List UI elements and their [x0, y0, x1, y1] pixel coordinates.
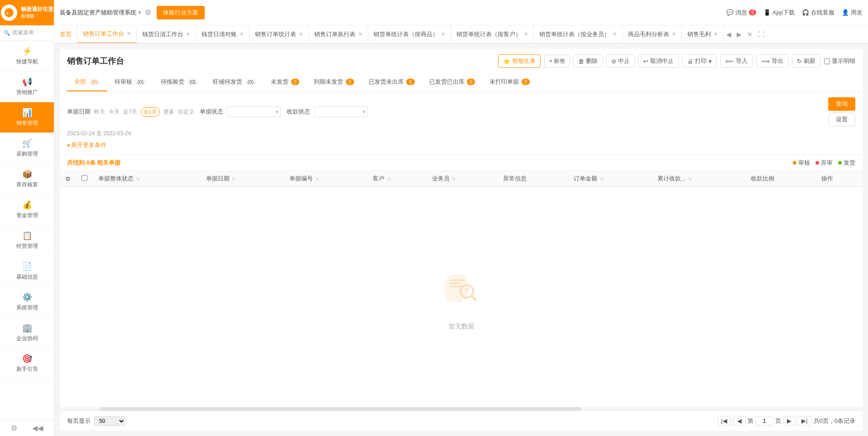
- tab-sales-stat[interactable]: 销售订单统计表 ✕: [249, 25, 309, 43]
- print-button[interactable]: 🖨 打印 ▾: [682, 54, 717, 68]
- bottom-scrollbar[interactable]: [60, 407, 863, 411]
- app-download-action[interactable]: 📱 App下载: [763, 9, 795, 17]
- tab-sales-stat-customer-close[interactable]: ✕: [524, 31, 528, 37]
- cancel-stop-button[interactable]: ↩ 取消中止: [638, 54, 679, 68]
- tab-cash-reconcile-close[interactable]: ✕: [240, 31, 244, 37]
- filter-tab-overdue-ship[interactable]: 到期未发货 0: [307, 73, 361, 91]
- sidebar-item-marketing[interactable]: 📢 营销推广: [0, 71, 54, 102]
- sidebar-item-system[interactable]: ⚙️ 系统管理: [0, 287, 54, 318]
- ship-button[interactable]: 发货: [838, 159, 855, 167]
- tab-sales-stat-product-close[interactable]: ✕: [441, 31, 445, 37]
- settings-gear-icon[interactable]: ⚙: [145, 8, 151, 17]
- col-collected[interactable]: 累计收款... ⇅: [652, 171, 745, 187]
- sidebar-item-purchase[interactable]: 🛒 采购管理: [0, 133, 54, 164]
- date-quick-custom[interactable]: 自定义: [178, 108, 194, 116]
- filter-tab-pending-review[interactable]: 待审核 (0): [107, 73, 153, 91]
- tab-home[interactable]: 首页: [54, 25, 77, 43]
- filter-tab-not-printed[interactable]: 未打印单据 0: [482, 73, 537, 91]
- export-button[interactable]: ⟹ 导出: [756, 54, 788, 68]
- date-quick-today[interactable]: 今天: [109, 108, 120, 116]
- show-detail-checkbox[interactable]: 显示明细: [824, 57, 855, 65]
- tab-scroll-right[interactable]: ▶: [734, 25, 744, 43]
- tab-cash-reconcile[interactable]: 钱货日清对账 ✕: [196, 25, 249, 43]
- filter-tab-all[interactable]: 全部 (0): [67, 73, 107, 91]
- filter-tab-not-shipped[interactable]: 未发货 0: [264, 73, 307, 91]
- app-name: 畅捷通好生意: [21, 6, 53, 13]
- sidebar-item-finance[interactable]: 💰 资金管理: [0, 194, 54, 225]
- import-button[interactable]: ⟸ 导入: [720, 54, 753, 68]
- tab-sales-workbench-close[interactable]: ✕: [127, 31, 131, 37]
- col-salesman[interactable]: 业务员 ⇅: [427, 171, 498, 187]
- tab-sales-stat-customer[interactable]: 销货单统计表（按客户） ✕: [451, 25, 534, 43]
- tab-sales-stat-staff[interactable]: 销货单统计表（按业务员） ✕: [534, 25, 623, 43]
- set-button[interactable]: 设置: [828, 113, 855, 126]
- review-button[interactable]: 审核: [793, 159, 810, 167]
- col-checkbox[interactable]: [76, 171, 93, 187]
- tab-cash-daily-close[interactable]: ✕: [186, 31, 190, 37]
- col-amount[interactable]: 订单金额 ⇅: [568, 171, 652, 187]
- payment-select[interactable]: [314, 106, 368, 117]
- tab-sales-exec-close[interactable]: ✕: [358, 31, 362, 37]
- filter-tab-shipped-not-out[interactable]: 已发货未出库 0: [361, 73, 422, 91]
- collapse-icon[interactable]: ◀◀: [32, 424, 43, 432]
- stop-button[interactable]: ⊘ 中止: [606, 54, 635, 68]
- online-service-action[interactable]: 🎧 在线客服: [802, 9, 834, 17]
- date-quick-more[interactable]: 更多: [163, 108, 174, 116]
- sidebar-item-operation[interactable]: 📋 经营管理: [0, 225, 54, 256]
- sidebar-item-enterprise[interactable]: 🏢 企业协同: [0, 318, 54, 348]
- page-last-button[interactable]: ▶|: [797, 416, 811, 426]
- show-detail-check[interactable]: [824, 58, 830, 64]
- col-status[interactable]: 单据整体状态 ⇅: [93, 171, 201, 187]
- message-action[interactable]: 💬 消息 6: [726, 9, 756, 17]
- col-settings[interactable]: ⚙: [60, 171, 76, 187]
- date-quick-1month[interactable]: 近1月: [141, 107, 160, 117]
- smart-order-button[interactable]: ⭐ 智能生单: [498, 54, 541, 68]
- tab-cash-daily[interactable]: 钱货日清工作台 ✕: [137, 25, 196, 43]
- sidebar-item-guide[interactable]: 🎯 新手引导: [0, 348, 54, 379]
- filter-tab-shipped-out[interactable]: 已发货已出库 0: [422, 73, 483, 91]
- tab-sales-stat-staff-close[interactable]: ✕: [613, 31, 617, 37]
- sidebar-item-basic-info[interactable]: 📄 基础信息: [0, 256, 54, 287]
- system-dropdown-icon[interactable]: ▾: [138, 9, 141, 16]
- tab-sales-workbench[interactable]: 销售订单工作台 ✕: [77, 25, 137, 43]
- unview-button[interactable]: 弃审: [815, 159, 833, 167]
- add-button[interactable]: + 新增: [544, 55, 570, 68]
- page-size-select[interactable]: 10 20 50 100: [94, 416, 125, 426]
- page-prev-button[interactable]: ◀: [733, 416, 746, 426]
- smart-order-label: 智能生单: [512, 57, 536, 65]
- sidebar-item-inventory[interactable]: 📦 库存核算: [0, 164, 54, 194]
- page-next-button[interactable]: ▶: [783, 416, 796, 426]
- page-first-button[interactable]: |◀: [717, 416, 731, 426]
- date-quick-yesterday[interactable]: 昨天: [94, 108, 105, 116]
- sidebar-item-quick-nav[interactable]: ⚡ 快捷导航: [0, 41, 54, 71]
- filter-tab-wangpu[interactable]: 旺铺待发货 (0): [206, 73, 264, 91]
- tab-product-margin-close[interactable]: ✕: [672, 31, 676, 37]
- col-customer[interactable]: 客户 ⇅: [367, 171, 427, 187]
- select-all-checkbox[interactable]: [82, 175, 87, 181]
- tab-sales-profit[interactable]: 销售毛利 ✕: [682, 25, 724, 43]
- expand-conditions-button[interactable]: ▾ 展开更多条件: [67, 141, 855, 149]
- tab-sales-stat-product[interactable]: 销货单统计表（按商品） ✕: [368, 25, 451, 43]
- settings-icon[interactable]: ⚙: [11, 424, 17, 432]
- table-scroll[interactable]: ⚙ 单据整体状态 ⇅ 单据日期 ⇅ 单据编号 ⇅ 客户 ⇅ 业务员 ⇅ 异常信息…: [60, 171, 863, 187]
- tab-sales-exec[interactable]: 销售订单执行表 ✕: [309, 25, 368, 43]
- tab-close-all[interactable]: ✕: [744, 25, 755, 43]
- industry-solution-button[interactable]: 体验行业方案: [157, 6, 205, 19]
- date-quick-7days[interactable]: 近7天: [123, 108, 137, 116]
- col-number[interactable]: 单据编号 ⇅: [284, 171, 367, 187]
- sidebar-search[interactable]: 🔍 搜索菜单: [0, 25, 54, 41]
- tab-scroll-left[interactable]: ◀: [724, 25, 734, 43]
- status-select[interactable]: [227, 106, 281, 117]
- col-date[interactable]: 单据日期 ⇅: [201, 171, 284, 187]
- filter-tab-pending-check[interactable]: 待拣验货 (0): [153, 73, 206, 91]
- tab-sales-profit-close[interactable]: ✕: [714, 31, 718, 37]
- sidebar-item-sales[interactable]: 📊 销售管理: [0, 102, 54, 133]
- tab-product-margin[interactable]: 商品毛利分析表 ✕: [623, 25, 682, 43]
- refresh-button[interactable]: ↻ 刷新: [792, 54, 820, 68]
- tab-fullscreen[interactable]: ⛶: [755, 25, 767, 43]
- user-profile[interactable]: 👤 用友: [842, 9, 863, 17]
- query-button[interactable]: 查询: [828, 97, 855, 111]
- page-number-input[interactable]: [755, 417, 773, 426]
- tab-sales-stat-close[interactable]: ✕: [299, 31, 303, 37]
- delete-button[interactable]: 🗑 删除: [573, 54, 603, 68]
